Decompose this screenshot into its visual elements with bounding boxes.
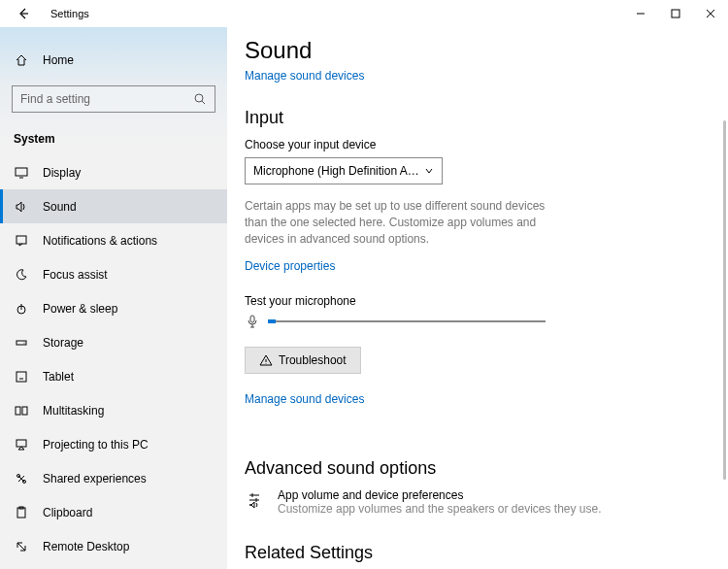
nav-focus-assist[interactable]: Focus assist [0, 257, 227, 291]
settings-window: Settings Home System [0, 0, 728, 569]
close-button[interactable] [693, 0, 728, 27]
nav-display[interactable]: Display [0, 155, 227, 189]
svg-rect-8 [16, 407, 20, 415]
microphone-level-fill [268, 319, 276, 323]
titlebar-left: Settings [0, 0, 227, 27]
related-section-title: Related Settings [245, 543, 699, 563]
microphone-icon [245, 314, 260, 329]
home-icon [14, 52, 29, 68]
sound-icon [14, 199, 29, 215]
search-icon [193, 92, 207, 106]
nav-tablet[interactable]: Tablet [0, 359, 227, 393]
moon-icon [14, 267, 29, 283]
input-help-text: Certain apps may be set up to use differ… [245, 198, 565, 247]
display-icon [14, 165, 29, 181]
shared-icon [14, 471, 29, 486]
sidebar: Home System Display Sound [0, 27, 227, 569]
warning-icon [259, 353, 273, 367]
maximize-button[interactable] [658, 0, 693, 27]
choose-input-label: Choose your input device [245, 138, 699, 151]
nav-projecting[interactable]: Projecting to this PC [0, 427, 227, 461]
nav-power[interactable]: Power & sleep [0, 291, 227, 325]
svg-rect-10 [17, 440, 26, 447]
multitask-icon [14, 403, 29, 418]
app-title: Settings [50, 8, 89, 19]
app-volume-preferences[interactable]: App volume and device preferences Custom… [245, 488, 699, 516]
svg-rect-7 [17, 372, 26, 382]
svg-rect-3 [17, 236, 26, 244]
troubleshoot-button[interactable]: Troubleshoot [245, 347, 361, 374]
chevron-down-icon [424, 166, 434, 176]
main-content: Sound Manage sound devices Input Choose … [227, 27, 728, 569]
nav-notifications[interactable]: Notifications & actions [0, 223, 227, 257]
page-heading: Sound [245, 37, 699, 64]
scrollbar[interactable] [723, 120, 726, 480]
home-button[interactable]: Home [0, 45, 227, 76]
input-device-value: Microphone (High Definition Audio... [253, 164, 424, 178]
mixer-icon [245, 488, 268, 512]
nav-multitasking[interactable]: Multitasking [0, 393, 227, 427]
manage-devices-link-top[interactable]: Manage sound devices [245, 69, 364, 83]
microphone-level-row [245, 314, 699, 329]
power-icon [14, 301, 29, 317]
svg-point-1 [195, 94, 203, 102]
search-box[interactable] [12, 85, 215, 113]
svg-rect-0 [672, 10, 679, 17]
manage-devices-link[interactable]: Manage sound devices [245, 392, 364, 406]
test-microphone-label: Test your microphone [245, 294, 699, 308]
microphone-level-meter [268, 320, 546, 322]
back-button[interactable] [14, 4, 33, 23]
device-properties-link[interactable]: Device properties [245, 259, 335, 273]
nav-sound[interactable]: Sound [0, 189, 227, 223]
input-section-title: Input [245, 108, 699, 128]
notifications-icon [14, 233, 29, 249]
titlebar: Settings [0, 0, 728, 27]
app-volume-sub: Customize app volumes and the speakers o… [278, 502, 602, 516]
remote-icon [14, 539, 29, 554]
nav-list: Display Sound Notifications & actions Fo… [0, 155, 227, 569]
advanced-section-title: Advanced sound options [245, 458, 699, 479]
svg-point-6 [24, 342, 25, 343]
app-volume-title: App volume and device preferences [278, 488, 602, 502]
storage-icon [14, 335, 29, 351]
home-label: Home [43, 53, 74, 67]
nav-clipboard[interactable]: Clipboard [0, 495, 227, 529]
window-controls [623, 0, 728, 27]
project-icon [14, 437, 29, 452]
tablet-icon [14, 369, 29, 385]
search-input[interactable] [20, 92, 193, 106]
svg-rect-2 [16, 168, 27, 176]
svg-rect-9 [22, 407, 27, 415]
nav-shared[interactable]: Shared experiences [0, 461, 227, 495]
svg-rect-15 [250, 316, 254, 322]
clipboard-icon [14, 505, 29, 520]
group-header-system: System [0, 126, 227, 155]
input-device-dropdown[interactable]: Microphone (High Definition Audio... [245, 157, 443, 184]
nav-storage[interactable]: Storage [0, 325, 227, 359]
nav-remote[interactable]: Remote Desktop [0, 529, 227, 563]
minimize-button[interactable] [623, 0, 658, 27]
